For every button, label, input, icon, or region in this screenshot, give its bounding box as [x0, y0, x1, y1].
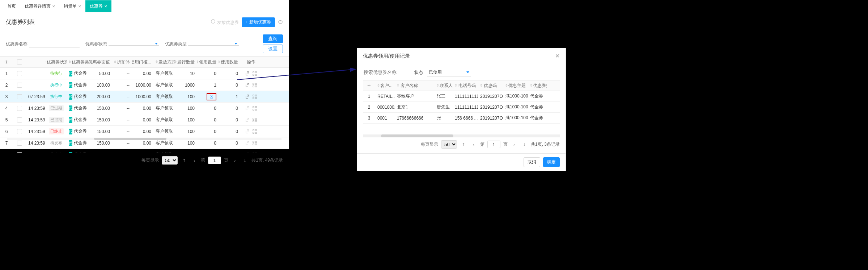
filter-type-select[interactable] [188, 42, 239, 46]
claim-link[interactable]: 3 [207, 93, 216, 100]
qr-icon[interactable] [252, 71, 257, 76]
scroll-thumb[interactable] [94, 138, 166, 140]
close-icon[interactable]: ✕ [555, 53, 560, 59]
modal-page-input[interactable] [487, 141, 500, 148]
table-row[interactable]: 1待执行代代金券50.00--0.00客户领取1000 [0, 68, 289, 79]
modal-title: 优惠券领用/使用记录 [363, 53, 410, 59]
row-checkbox[interactable] [13, 70, 26, 78]
share-icon[interactable] [245, 71, 250, 76]
qr-icon[interactable] [252, 129, 257, 134]
cancel-button[interactable]: 取消 [524, 157, 540, 167]
svg-rect-7 [255, 83, 257, 84]
mcol-code[interactable]: 优惠码 [478, 81, 503, 90]
page-summary: 共1页, 49条记录 [251, 157, 283, 163]
col-checkbox[interactable] [13, 58, 26, 66]
prev-page-button[interactable]: ‹ [191, 157, 198, 164]
mcol-topic[interactable]: 优惠主题 [503, 81, 528, 90]
row-issue: 100 [175, 116, 197, 124]
last-page-button[interactable]: ⤓ [241, 157, 249, 164]
modal-table-row[interactable]: 1RETAIL...零散客户张三1111111111120191207O...满… [363, 91, 560, 102]
tab-0[interactable]: 首页 [3, 0, 20, 12]
last-page-button[interactable]: ⤓ [521, 141, 528, 148]
next-page-button[interactable]: › [231, 157, 238, 164]
modal-table-row[interactable]: 3000117666666666张156 6666 ...20191207O..… [363, 113, 560, 124]
row-checkbox[interactable] [13, 104, 26, 112]
row-checkbox[interactable] [13, 93, 26, 101]
table-row[interactable]: 814 23:59待发布代代金券150.00--0.00客户领取10000 [0, 149, 289, 153]
svg-rect-16 [253, 109, 254, 110]
share-icon[interactable] [245, 83, 250, 88]
col-threshold[interactable]: 使用门槛... [132, 58, 153, 67]
filter-name-input[interactable] [29, 40, 80, 47]
prev-page-button[interactable]: ‹ [470, 141, 477, 148]
close-icon[interactable]: ✕ [52, 4, 55, 8]
row-use: 0 [219, 151, 240, 153]
svg-rect-18 [253, 118, 254, 119]
tab-3[interactable]: 优惠券✕ [85, 0, 111, 12]
close-icon[interactable]: ✕ [104, 4, 107, 8]
qr-icon[interactable] [252, 141, 257, 146]
col-status[interactable]: 优惠券状态 [46, 58, 67, 67]
row-checkbox[interactable] [13, 128, 26, 136]
col-discount[interactable]: 折扣% [112, 58, 132, 67]
mrow-cust: 0001 [375, 114, 395, 122]
filter-status-select[interactable] [109, 42, 159, 46]
qr-icon[interactable] [252, 106, 257, 111]
mcol-cust[interactable]: 客户... [375, 81, 395, 90]
table-row[interactable]: 514 23:59已过期代代金券150.00--0.00客户领取10000 [0, 114, 289, 126]
qr-icon[interactable] [252, 83, 257, 88]
col-method[interactable]: 发放方式 [153, 58, 175, 67]
col-type[interactable]: 优惠券类型 [67, 58, 89, 67]
col-claim-qty[interactable]: 领用数量 [197, 58, 219, 67]
col-value[interactable]: 优惠券面值 [89, 58, 112, 67]
h-scrollbar[interactable] [7, 138, 281, 140]
mcol-ctype[interactable]: 优惠券类 [528, 81, 547, 90]
row-checkbox[interactable] [13, 116, 26, 124]
row-value: 150.00 [89, 128, 112, 136]
checkbox-all[interactable] [17, 59, 22, 65]
per-page-select[interactable]: 50 [162, 156, 178, 165]
mrow-ctype: 代金券 [528, 92, 547, 101]
confirm-button[interactable]: 确定 [543, 157, 560, 167]
modal-per-page-select[interactable]: 50 [441, 140, 457, 149]
row-checkbox[interactable] [13, 139, 26, 147]
table-row[interactable]: 2执行中代代金券100.00--1000.00客户领取100010 [0, 79, 289, 91]
first-page-button[interactable]: ⤒ [181, 157, 188, 164]
first-page-button[interactable]: ⤒ [460, 141, 467, 148]
mcol-phone[interactable]: 电话号码 [453, 81, 478, 90]
modal-status-select[interactable]: 已使用 [427, 68, 471, 76]
row-actions [240, 81, 262, 89]
next-page-button[interactable]: › [511, 141, 518, 148]
col-issue-qty[interactable]: 发行数量 [175, 58, 197, 67]
modal-h-scrollbar[interactable] [363, 134, 560, 137]
scroll-thumb[interactable] [381, 134, 453, 137]
page-input[interactable] [208, 157, 221, 164]
row-status: 已过期 [46, 104, 67, 113]
col-use-qty[interactable]: 使用数量 [219, 58, 240, 67]
table-row[interactable]: 307 23:59执行中代代金券200.00--1000.00客户领取10031 [0, 91, 289, 103]
mcol-gear[interactable] [363, 82, 375, 89]
row-checkbox[interactable] [13, 151, 26, 153]
header-gear-icon[interactable] [278, 20, 283, 25]
issue-coupon-button[interactable]: 发放优惠券 [211, 19, 238, 26]
add-coupon-button[interactable]: + 新增优惠券 [242, 17, 275, 27]
query-button[interactable]: 查询 [263, 34, 283, 43]
mcol-name[interactable]: 客户名称 [395, 81, 435, 90]
share-icon[interactable] [245, 94, 250, 99]
table-row[interactable]: 414 23:59已过期代代金券150.00--0.00客户领取10000 [0, 103, 289, 114]
close-icon[interactable]: ✕ [78, 4, 81, 8]
row-use: 0 [219, 139, 240, 147]
qr-icon[interactable] [252, 152, 257, 153]
qr-icon[interactable] [252, 117, 257, 122]
row-discount: -- [112, 116, 132, 124]
table-row[interactable]: 614 23:59已终止代代金券150.00--0.00客户领取10000 [0, 126, 289, 137]
modal-table-row[interactable]: 200010001北京1唐先生1111111111120191207O...满1… [363, 102, 560, 113]
col-time [26, 61, 46, 63]
row-checkbox[interactable] [13, 81, 26, 89]
tab-2[interactable]: 销货单✕ [59, 0, 85, 12]
settings-button[interactable]: 设置 [263, 45, 283, 53]
mcol-contact[interactable]: 联系人 [435, 81, 453, 90]
qr-icon[interactable] [252, 94, 257, 99]
col-gear[interactable] [0, 58, 13, 66]
tab-1[interactable]: 优惠券详情页✕ [20, 0, 59, 12]
